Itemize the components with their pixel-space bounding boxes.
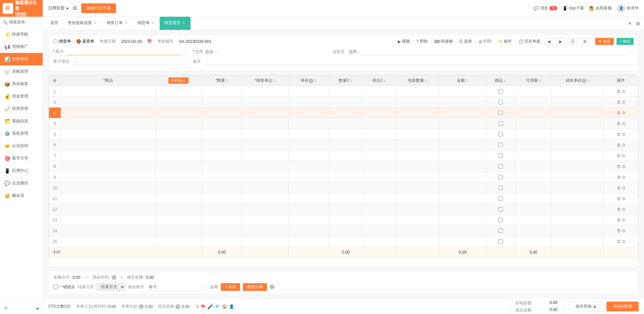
product-cell[interactable] [61, 150, 156, 161]
unit2-sort[interactable]: ⇅ [383, 79, 386, 82]
tab-sales-order-close[interactable]: ✕ [124, 21, 128, 25]
footer-icon-4[interactable]: 💎 [215, 304, 220, 309]
copy-row-btn[interactable]: ⧉ [622, 185, 625, 191]
message-button[interactable]: 💬 消息 70 [534, 5, 557, 11]
sidebar-item-guide[interactable]: 🎯 新手引导 [0, 152, 43, 165]
toolbar-print[interactable]: 🖨 打印 [478, 39, 491, 44]
sidebar-item-quick-nav[interactable]: ⚡ 快捷导航 [0, 28, 43, 41]
product-cell[interactable] [61, 140, 156, 150]
settings-bottom-icon[interactable]: ⚙ [4, 306, 8, 311]
gift-checkbox[interactable] [498, 229, 503, 233]
copy-row-btn[interactable]: ⧉ [622, 196, 625, 201]
product-cell[interactable] [61, 204, 156, 215]
gift-checkbox[interactable] [498, 239, 503, 244]
sidebar-item-wechat[interactable]: 💬 企业微信 [0, 177, 43, 189]
tab-home[interactable]: 首页 [46, 17, 63, 30]
sidebar-item-operation[interactable]: 📈 经营管理 [0, 103, 43, 115]
delete-row-btn[interactable]: 🗑 [616, 89, 621, 94]
sidebar-item-basic[interactable]: 🗂️ 基础信息 [0, 115, 43, 127]
search-menu-item[interactable]: 🔍 搜索菜单 [0, 17, 43, 28]
delete-row-btn[interactable]: 🗑 [616, 196, 621, 201]
sidebar-item-system[interactable]: ⚙️ 系统管理 [0, 127, 43, 140]
scan-btn[interactable]: 扫码录入 [168, 77, 189, 84]
sidebar-item-member[interactable]: 👑 畅会员 [0, 189, 43, 202]
price-info-icon[interactable]: i [309, 78, 313, 83]
customer-dots[interactable]: ··· [184, 50, 187, 54]
tab-sales-delivery[interactable]: 销货单 ✕ [133, 17, 160, 30]
copy-row-btn[interactable]: ⧉ [622, 153, 625, 159]
price-sort[interactable]: ⇅ [314, 79, 317, 82]
delete-row-btn[interactable]: 🗑 [616, 132, 621, 137]
view-list-btn[interactable]: ☰ [568, 38, 578, 45]
footer-icon-6[interactable]: 👤 [229, 304, 234, 309]
sidebar-item-finance[interactable]: 💰 资金管理 [0, 90, 43, 103]
gift-checkbox[interactable] [498, 121, 503, 126]
gift-checkbox[interactable] [498, 186, 503, 190]
warehouse-dots[interactable]: ··· [215, 50, 219, 54]
gift-checkbox[interactable] [498, 196, 503, 201]
calendar-icon[interactable]: 📅 [147, 39, 152, 44]
tab-close-all[interactable]: ✕ [627, 19, 633, 27]
receivable-info-icon[interactable]: i [175, 304, 180, 309]
calc-method-select[interactable]: 结算方式 [97, 283, 125, 291]
tab-delivery-close[interactable]: ✕ [151, 21, 155, 25]
gift-checkbox[interactable] [498, 111, 503, 115]
product-cell[interactable] [61, 108, 156, 118]
discount-info-icon[interactable]: i [112, 275, 116, 280]
delete-row-btn[interactable]: 🗑 [616, 217, 621, 223]
salesperson-dots[interactable]: ··· [630, 50, 634, 54]
delete-row-btn[interactable]: 🗑 [616, 207, 621, 212]
one-click-pay-label[interactable]: 一键收款 [53, 284, 75, 290]
save-draft-button[interactable]: 保存草稿 ▲ [569, 301, 604, 312]
sidebar-item-marketing[interactable]: 📢 营销推广 [0, 41, 43, 53]
address-input[interactable] [71, 58, 182, 65]
product-cell[interactable] [61, 172, 156, 183]
tab-price-setting[interactable]: 售价提取设置 ✕ [63, 17, 102, 30]
copy-row-btn[interactable]: ⧉ [622, 228, 625, 234]
customer-input[interactable] [66, 48, 182, 55]
tab-restore[interactable]: ⊞ [635, 19, 641, 27]
product-cell[interactable] [61, 193, 156, 204]
toolbar-help[interactable]: ? 帮助 [416, 39, 428, 44]
copy-row-btn[interactable]: ⧉ [622, 110, 625, 116]
product-cell[interactable] [61, 236, 156, 247]
gift-checkbox[interactable] [498, 89, 503, 93]
pack-sort[interactable]: ⇅ [425, 79, 427, 82]
cost-info-icon[interactable]: i [582, 78, 586, 83]
copy-row-btn[interactable]: ⧉ [622, 175, 625, 180]
gift-checkbox[interactable] [498, 143, 503, 147]
app-download-button[interactable]: 📱 App下载 [562, 5, 584, 11]
product-cell[interactable] [61, 97, 156, 108]
product-cell[interactable] [61, 118, 156, 129]
product-cell[interactable] [61, 226, 156, 236]
delete-row-btn[interactable]: 🗑 [616, 121, 621, 126]
delete-row-btn[interactable]: 🗑 [616, 110, 621, 116]
account-dots[interactable]: ··· [204, 285, 207, 289]
gift-checkbox[interactable] [498, 153, 503, 158]
save-new-button[interactable]: 保存&新增 [606, 302, 639, 311]
toolbar-select[interactable]: ☰ 选单 [459, 39, 472, 44]
delete-row-btn[interactable]: 🗑 [616, 142, 621, 148]
available-sort[interactable]: ⇅ [539, 79, 541, 82]
gift-checkbox[interactable] [498, 164, 503, 169]
delete-row-btn[interactable]: 🗑 [616, 100, 621, 105]
settings-icon[interactable]: ⚙ [53, 78, 57, 83]
product-cell[interactable] [61, 161, 156, 172]
copy-row-btn[interactable]: ⧉ [622, 142, 625, 148]
delete-row-btn[interactable]: 🗑 [616, 153, 621, 159]
gift-checkbox[interactable] [498, 207, 503, 211]
footer-icon-3[interactable]: 🎤 [207, 304, 213, 309]
toolbar-video[interactable]: ▶ 视频 [398, 39, 410, 44]
debt-info-icon[interactable]: i [139, 304, 144, 309]
copy-row-btn[interactable]: ⧉ [622, 164, 625, 169]
gift-checkbox[interactable] [498, 100, 503, 104]
cta-button[interactable]: 体验行业方案 [81, 3, 116, 13]
gift-checkbox[interactable] [498, 218, 503, 222]
copy-row-btn[interactable]: ⧉ [622, 100, 625, 105]
unit-sort[interactable]: ⇅ [273, 79, 276, 82]
nav-next-btn[interactable]: ▶ [556, 38, 565, 45]
one-click-pay-checkbox[interactable] [53, 285, 58, 289]
view-grid-btn[interactable]: ⊞ [580, 38, 590, 45]
industry-select[interactable]: 日用百货 ▾ [48, 5, 68, 11]
fee-info-icon[interactable]: i [270, 285, 274, 289]
